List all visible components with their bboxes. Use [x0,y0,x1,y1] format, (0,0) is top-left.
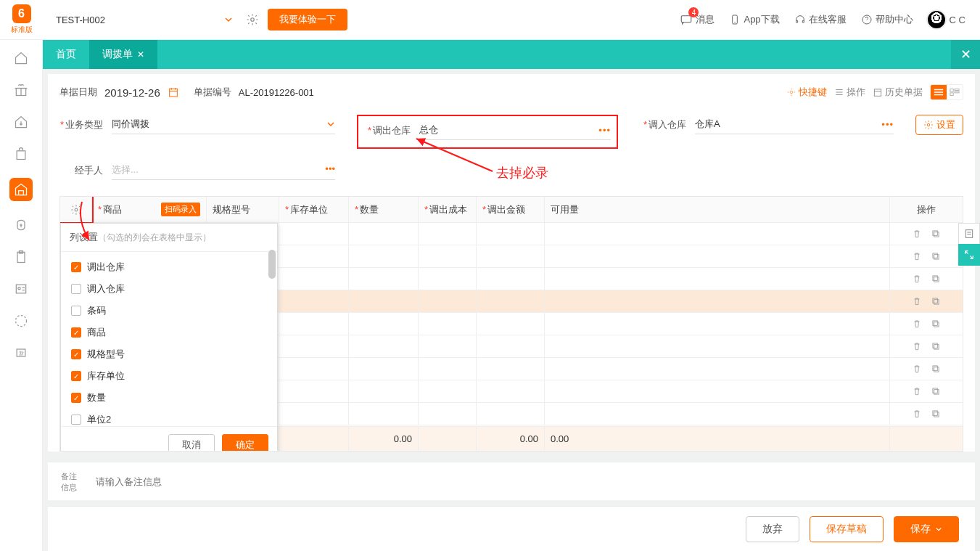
sidebar-dots-icon[interactable] [13,313,29,329]
checkbox-icon[interactable]: ✓ [71,349,81,359]
more-icon[interactable]: ••• [598,125,611,136]
column-option[interactable]: ✓库存单位 [64,365,274,387]
copy-icon[interactable] [931,364,941,374]
delete-icon[interactable] [912,319,922,329]
sidebar-clip-icon[interactable] [13,249,29,265]
close-icon[interactable]: ✕ [137,49,144,60]
scan-input-button[interactable]: 扫码录入 [161,203,200,216]
tab-home[interactable]: 首页 [43,40,89,69]
trial-button[interactable]: 我要体验一下 [268,9,347,30]
ok-button[interactable]: 确定 [222,434,268,452]
tab-transfer[interactable]: 调拨单 ✕ [89,40,157,69]
handler-field[interactable]: 经手人 选择... ••• [59,160,335,180]
delete-icon[interactable] [912,229,922,239]
svg-rect-38 [933,366,937,370]
sidebar-in-icon[interactable] [13,114,29,130]
discard-button[interactable]: 放弃 [746,516,799,542]
copy-icon[interactable] [931,409,941,419]
scrollbar-thumb[interactable] [268,250,276,279]
column-option[interactable]: ✓商品 [64,322,274,343]
sidebar-id-icon[interactable] [13,281,29,297]
copy-icon[interactable] [931,296,941,306]
svg-rect-27 [934,255,939,259]
view-list-icon[interactable] [931,85,947,99]
more-icon[interactable]: ••• [325,163,335,176]
sidebar-bag-icon[interactable] [13,146,29,162]
remark-label: 备注信息 [61,471,81,493]
sidebar-gift-icon[interactable] [13,82,29,98]
save-draft-button[interactable]: 保存草稿 [810,516,884,542]
column-option[interactable]: 调入仓库 [64,278,274,300]
remark-input[interactable] [96,476,962,487]
online-service-label: 在线客服 [809,13,847,26]
headset-icon [794,14,806,25]
logo-icon: 6 [12,4,31,23]
checkbox-icon[interactable]: ✓ [71,393,81,403]
column-option[interactable]: ✓调出仓库 [64,256,274,278]
calendar-icon[interactable] [168,86,179,98]
column-option[interactable]: 条码 [64,300,274,322]
delete-icon[interactable] [912,341,922,351]
avatar[interactable] [926,9,947,30]
out-warehouse-field[interactable]: *调出仓库 总仓 ••• [357,115,618,149]
checkbox-icon[interactable]: ✓ [71,262,81,272]
copy-icon[interactable] [931,319,941,329]
checkbox-icon[interactable] [71,306,81,316]
out-warehouse-value: 总仓 [419,123,438,136]
column-option[interactable]: ✓数量 [64,387,274,409]
footer-avail: 0.00 [545,427,890,451]
messages-link[interactable]: 4 消息 [680,13,715,26]
gear-icon[interactable] [246,13,259,26]
app-download-link[interactable]: App下载 [729,13,779,26]
user-name[interactable]: C C [950,15,965,25]
tabs-close-all[interactable]: ✕ [951,40,980,69]
sidebar-new-icon[interactable]: 新 [13,345,29,361]
handler-label: 经手人 [59,164,103,177]
expand-float-icon[interactable] [958,244,980,266]
ops-link[interactable]: 操作 [834,86,865,99]
date-value[interactable]: 2019-12-26 [104,86,160,99]
sidebar-money-icon[interactable] [13,217,29,233]
sidebar-home-icon[interactable] [13,50,29,66]
save-button[interactable]: 保存 [894,516,959,542]
copy-icon[interactable] [931,386,941,396]
sidebar-warehouse-icon[interactable] [9,178,33,201]
help-center-link[interactable]: 帮助中心 [861,13,913,26]
settings-button[interactable]: 设置 [915,115,963,135]
copy-icon[interactable] [931,274,941,284]
footer-amt: 0.00 [477,427,545,451]
delete-icon[interactable] [912,274,922,284]
svg-rect-21 [950,93,953,96]
note-float-icon[interactable] [958,223,980,245]
checkbox-icon[interactable]: ✓ [71,327,81,338]
column-option[interactable]: ✓规格型号 [64,343,274,365]
history-link[interactable]: 历史单据 [873,86,923,99]
more-icon[interactable]: ••• [881,119,894,130]
org-selector[interactable]: TEST-H002 [56,8,237,31]
copy-icon[interactable] [931,229,941,239]
column-option[interactable]: 单位2 [64,409,274,426]
delete-icon[interactable] [912,386,922,396]
copy-icon[interactable] [931,251,941,261]
checkbox-icon[interactable] [71,284,81,294]
in-warehouse-field[interactable]: *调入仓库 仓库A ••• [640,115,894,134]
cancel-button[interactable]: 取消 [168,434,215,452]
svg-rect-31 [934,300,939,304]
annotation-text: 去掉必录 [496,164,548,181]
delete-icon[interactable] [912,364,922,374]
checkbox-icon[interactable] [71,415,81,425]
main: 首页 调拨单 ✕ ✕ 单据日期 2019-12-26 单据编号 AL-20191… [43,40,980,551]
svg-text:新: 新 [19,351,24,356]
copy-icon[interactable] [931,341,941,351]
delete-icon[interactable] [912,296,922,306]
delete-icon[interactable] [912,409,922,419]
svg-rect-39 [934,390,939,394]
online-service-link[interactable]: 在线客服 [794,13,847,26]
svg-point-24 [75,208,78,211]
delete-icon[interactable] [912,251,922,261]
biz-type-field[interactable]: *业务类型 同价调拨 [59,115,335,134]
shortcut-link[interactable]: 快捷键 [786,86,827,99]
checkbox-icon[interactable]: ✓ [71,371,81,381]
svg-point-11 [18,287,20,290]
column-settings-button[interactable] [60,197,92,222]
